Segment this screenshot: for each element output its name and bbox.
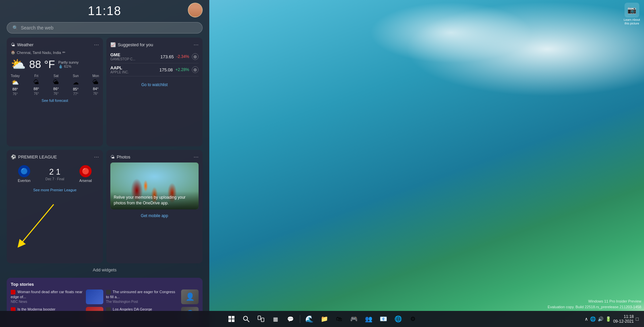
story-text-2: The uninsured are eager for Congress to … [106,289,178,304]
search-bar[interactable]: 🔍 Search the web [7,22,203,34]
see-more-premier[interactable]: See more Premier League [11,188,99,192]
system-clock[interactable]: 11:18 09-12-2021 [613,314,634,324]
edge-browser-button[interactable]: 🌊 [303,312,316,326]
taskbar-search-button[interactable] [239,312,253,326]
file-explorer-button[interactable]: 📁 [318,312,331,326]
weather-title: 🌤 Weather [11,42,34,47]
teams-chat-button[interactable]: 💬 [284,312,297,326]
away-score: 1 [56,167,60,176]
tray-date-text: 09-12-2021 [613,319,634,324]
nbc-icon [11,290,15,295]
start-button[interactable] [225,312,238,326]
stock-price-group-aapl: 175.08 +2.28% ⊕ [159,66,199,73]
suggested-menu-button[interactable]: ··· [194,42,199,48]
edge-icon-2[interactable]: 🌐 [391,312,405,326]
home-score: 2 [49,167,54,176]
premier-title: ⚽ PREMIER LEAGUE [11,154,57,159]
tray-time-text: 11:18 [613,314,634,319]
forecast-fri: Fri 🌤 88° 76° [33,74,39,96]
volume-icon[interactable]: 🔊 [598,316,603,322]
forecast-low-fri: 76° [34,92,39,95]
weather-menu-button[interactable]: ··· [94,42,99,48]
search-placeholder: Search the web [21,25,53,30]
forecast-today: Today ⛅ 88° 76° [11,74,20,96]
premier-icon: ⚽ [11,154,16,159]
stock-add-aapl[interactable]: ⊕ [192,66,199,73]
location-icon: 🏠 [11,50,15,55]
stock-add-gme[interactable]: ⊕ [192,53,199,60]
panel-header: 11:18 [0,0,209,22]
taskbar-search-icon [243,316,250,322]
notification-icon[interactable]: □ [636,316,639,322]
forecast-icon-today: ⛅ [11,79,19,86]
home-team-info: 🔵 Everton [11,165,38,183]
photos-menu-button[interactable]: ··· [194,154,199,160]
forecast-low-today: 76° [13,92,18,96]
photos-overlay-text: Relive your memories by uploading your p… [110,191,199,209]
story-text-1: Woman found dead after car floats near e… [11,289,83,304]
stock-name-gme: GAMESTOP C... [110,57,136,61]
microsoft-store-button[interactable]: 🛍 [332,312,346,326]
network-icon[interactable]: 🌐 [590,316,596,322]
match-display: 🔵 Everton 2 1 Dec 7 · Final 🔴 Arsenal [11,162,99,185]
weather-temperature: 88 °F [29,58,55,71]
forecast-high-fri: 88° [34,87,39,91]
forecast-high-sat: 86° [53,87,59,91]
task-view-button[interactable] [254,312,268,326]
tray-chevron[interactable]: ∧ [585,316,588,322]
forecast-sat: Sat 🌥 86° 76° [53,74,59,96]
mail-button[interactable]: 📧 [377,312,390,326]
premier-widget-header: ⚽ PREMIER LEAGUE ··· [11,154,99,160]
match-date: Dec 7 · Final [45,177,64,181]
xbox-gamepass-button[interactable]: 🎮 [347,312,361,326]
stock-item-aapl[interactable]: AAPL APPLE INC. 175.08 +2.28% ⊕ [110,63,199,76]
forecast-high-mon: 84° [93,87,99,91]
system-tray: ∧ 🌐 🔊 🔋 11:18 09-12-2021 □ [585,314,639,324]
suggested-title: 📈 Suggested for you [110,42,153,47]
forecast-label-today: Today [11,74,20,78]
forecast-label-sat: Sat [54,74,59,78]
user-avatar[interactable] [188,3,203,17]
premier-menu-button[interactable]: ··· [94,154,99,160]
forecast-label-mon: Mon [93,74,99,78]
edit-location-icon[interactable]: ✏ [62,50,65,55]
weather-main: ⛅ 88 °F Partly sunny 💧 61% [11,57,99,71]
forecast-icon-fri: 🌤 [33,79,39,86]
photos-get-app-link[interactable]: Get mobile app [110,212,199,219]
wapo-icon [106,290,111,295]
stock-price-aapl: 175.08 [159,67,173,72]
add-widgets-button[interactable]: Add widgets [7,266,203,274]
search-icon: 🔍 [12,25,18,30]
panel-time: 11:18 [88,4,121,18]
eval-watermark: Windows 11 Pro Insider Preview Evaluatio… [548,299,641,310]
svg-point-6 [244,316,248,320]
suggested-icon: 📈 [110,42,116,47]
weather-forecast: Today ⛅ 88° 76° Fri 🌤 88° 76° Sat 🌥 86° … [11,74,99,96]
story-source-1: NBC News [11,300,83,304]
windows-logo-icon [228,316,235,322]
settings-button[interactable]: ⚙ [406,312,420,326]
svg-rect-5 [232,319,234,322]
story-item-2[interactable]: The uninsured are eager for Congress to … [106,289,199,304]
story-item-1[interactable]: Woman found dead after car floats near e… [11,289,103,304]
widgets-button[interactable]: ▦ [269,312,282,326]
forecast-high-sun: 85° [73,87,78,91]
forecast-low-sun: 77° [73,92,78,96]
screenshot-tool-button[interactable]: 📷 Learn Aboutthis picture [624,3,640,25]
watchlist-button[interactable]: Go to watchlist [110,80,199,89]
photos-image: Relive your memories by uploading your p… [110,162,199,209]
weather-icon: 🌤 [11,42,15,47]
forecast-low-mon: 76° [93,92,98,95]
widgets-grid: 🌤 Weather ··· 🏠 Chennai, Tamil Nadu, Ind… [7,38,203,263]
premier-league-widget: ⚽ PREMIER LEAGUE ··· 🔵 Everton 2 1 Dec [7,150,103,263]
weather-description: Partly sunny [58,60,79,64]
teams-button[interactable]: 👥 [362,312,375,326]
see-forecast-link[interactable]: See full forecast [11,99,99,103]
forecast-low-sat: 76° [54,92,59,95]
battery-icon[interactable]: 🔋 [605,316,611,322]
story-title-1: Woman found dead after car floats near e… [11,289,83,299]
taskbar-center: ▦ 💬 🌊 📁 🛍 🎮 👥 📧 🌐 ⚙ [225,312,420,326]
stock-item-gme[interactable]: GME GAMESTOP C... 173.65 -2.34% ⊕ [110,50,199,63]
stock-price-group-gme: 173.65 -2.34% ⊕ [160,53,199,60]
taskbar-right: ∧ 🌐 🔊 🔋 11:18 09-12-2021 □ [585,314,639,324]
